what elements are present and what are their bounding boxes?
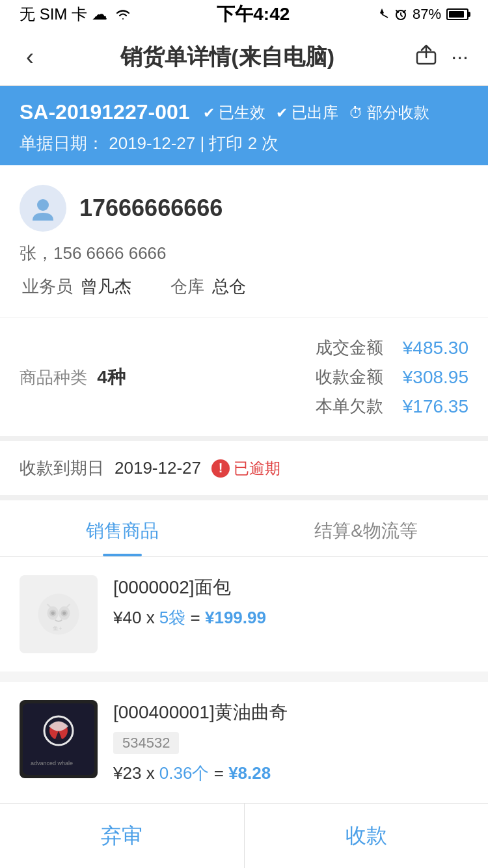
- collected-row: 收款金额 ¥308.95: [316, 366, 468, 388]
- share-icon: [414, 43, 438, 66]
- share-button[interactable]: [414, 43, 438, 72]
- back-button[interactable]: ‹: [20, 37, 40, 77]
- product-thumb-1: 鱼+: [20, 575, 98, 653]
- debt-label: 本单欠款: [316, 395, 383, 418]
- product-total-1: ¥199.99: [205, 608, 266, 627]
- product-item-2: advanced whale [000400001]黄油曲奇 534532 ¥2…: [0, 682, 488, 803]
- overdue-badge: ! 已逾期: [211, 458, 280, 479]
- sales-meta: 业务员 曾凡杰: [22, 275, 131, 298]
- summary-section: 商品种类 4种 成交金额 ¥485.30 收款金额 ¥308.95 本单欠款 ¥…: [0, 318, 488, 441]
- order-date: 2019-12-27: [109, 133, 195, 153]
- print-info: 打印 2 次: [209, 133, 278, 153]
- product-qty-2: 0.36个: [159, 763, 210, 783]
- order-id: SA-20191227-001: [20, 100, 190, 124]
- warehouse-meta: 仓库 总仓: [170, 275, 246, 298]
- badge-effective: 已生效: [203, 102, 265, 123]
- customer-top: 17666666666: [20, 185, 468, 232]
- customer-avatar: [20, 185, 66, 232]
- tab-settlement[interactable]: 结算&物流等: [244, 500, 488, 556]
- tab-products[interactable]: 销售商品: [0, 500, 244, 556]
- reject-button[interactable]: 弃审: [0, 804, 245, 868]
- tabs-bar: 销售商品 结算&物流等: [0, 500, 488, 557]
- header-sub-row: 单据日期： 2019-12-27 | 打印 2 次: [20, 132, 468, 155]
- product-item-1: 鱼+ [0000002]面包 ¥40 x 5袋 = ¥199.99: [0, 557, 488, 671]
- sales-value: 曾凡杰: [81, 275, 131, 298]
- status-left: 无 SIM 卡 ☁: [20, 4, 132, 25]
- due-date: 2019-12-27: [115, 458, 201, 478]
- collect-button[interactable]: 收款: [245, 804, 489, 868]
- header-banner: SA-20191227-001 已生效 已出库 部分收款 单据日期： 2019-…: [0, 86, 488, 165]
- avatar-icon: [29, 195, 57, 222]
- product-name-2: [000400001]黄油曲奇: [113, 700, 468, 725]
- product-image-2: advanced whale: [23, 703, 94, 775]
- customer-section: 17666666666 张，156 6666 6666 业务员 曾凡杰 仓库 总…: [0, 165, 488, 318]
- warehouse-value: 总仓: [212, 275, 246, 298]
- date-label: 单据日期：: [20, 133, 104, 153]
- status-badges: 已生效 已出库 部分收款: [203, 102, 429, 123]
- customer-id: 17666666666: [79, 195, 223, 222]
- due-section: 收款到期日 2019-12-27 ! 已逾期: [0, 441, 488, 500]
- badge-partial: 部分收款: [349, 102, 429, 123]
- page-title: 销货单详情(来自电脑): [120, 42, 334, 72]
- debt-value: ¥176.35: [403, 396, 468, 417]
- check-icon-2: [276, 103, 288, 122]
- type-count: 4种: [97, 367, 126, 387]
- wifi-icon: [114, 8, 132, 21]
- more-button[interactable]: ···: [451, 45, 468, 69]
- battery-icon: [446, 8, 468, 20]
- status-right: 87%: [375, 6, 468, 23]
- collected-value: ¥308.95: [403, 367, 468, 388]
- separator: |: [200, 133, 209, 153]
- nav-bar: ‹ 销货单详情(来自电脑) ···: [0, 29, 488, 86]
- nav-actions: ···: [414, 43, 468, 72]
- customer-meta: 业务员 曾凡杰 仓库 总仓: [20, 275, 468, 298]
- product-info-2: [000400001]黄油曲奇 534532 ¥23 x 0.36个 = ¥8.…: [113, 700, 468, 785]
- deal-label: 成交金额: [316, 336, 383, 359]
- sim-status: 无 SIM 卡 ☁: [20, 4, 107, 25]
- type-label: 商品种类: [20, 368, 87, 387]
- owl-icon: 鱼+: [36, 591, 81, 637]
- product-total-2: ¥8.28: [228, 763, 271, 783]
- sales-label: 业务员: [22, 275, 73, 298]
- svg-text:鱼+: 鱼+: [53, 625, 62, 632]
- svg-text:advanced whale: advanced whale: [31, 760, 73, 766]
- warehouse-label: 仓库: [170, 275, 204, 298]
- product-thumb-2: advanced whale: [20, 700, 98, 778]
- product-price-2: ¥23 x 0.36个 = ¥8.28: [113, 762, 468, 785]
- deal-row: 成交金额 ¥485.30: [316, 336, 468, 359]
- bottom-bar: 弃审 收款: [0, 803, 488, 868]
- svg-point-2: [37, 199, 49, 211]
- customer-sub: 张，156 6666 6666: [20, 242, 468, 265]
- product-price-1: ¥40 x 5袋 = ¥199.99: [113, 606, 468, 629]
- battery-percentage: 87%: [413, 6, 441, 23]
- deal-value: ¥485.30: [403, 338, 468, 359]
- svg-point-9: [62, 612, 66, 615]
- product-tag-2: 534532: [113, 732, 179, 754]
- product-name-1: [0000002]面包: [113, 575, 468, 600]
- check-icon: [203, 103, 215, 122]
- overdue-text: 已逾期: [234, 458, 280, 479]
- due-label: 收款到期日: [20, 457, 104, 480]
- alarm-icon: [394, 8, 407, 21]
- products-list: 鱼+ [0000002]面包 ¥40 x 5袋 = ¥199.99: [0, 557, 488, 803]
- time: 下午4:42: [217, 2, 290, 27]
- status-bar: 无 SIM 卡 ☁ 下午4:42 87%: [0, 0, 488, 29]
- clock-icon: [349, 103, 363, 122]
- overdue-icon: !: [211, 459, 230, 478]
- badge-shipped: 已出库: [276, 102, 338, 123]
- product-info-1: [0000002]面包 ¥40 x 5袋 = ¥199.99: [113, 575, 468, 629]
- svg-point-8: [51, 612, 55, 615]
- summary-left: 商品种类 4种: [20, 365, 126, 390]
- location-icon: [375, 7, 389, 21]
- collected-label: 收款金额: [316, 366, 383, 388]
- product-qty-1: 5袋: [159, 608, 185, 627]
- debt-row: 本单欠款 ¥176.35: [316, 395, 468, 418]
- summary-right: 成交金额 ¥485.30 收款金额 ¥308.95 本单欠款 ¥176.35: [316, 336, 468, 418]
- customer-name-block: 17666666666: [79, 195, 223, 222]
